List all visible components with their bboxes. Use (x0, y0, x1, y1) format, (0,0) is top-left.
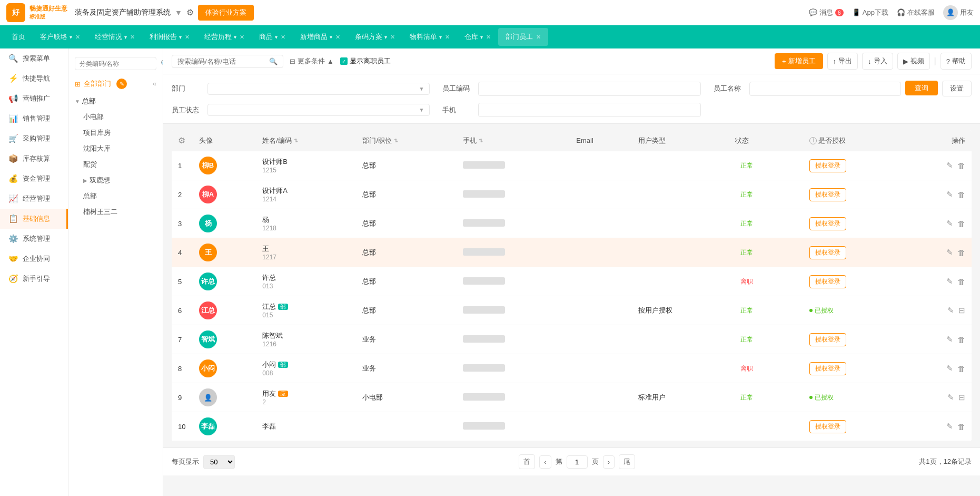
sidebar-item-marketing[interactable]: 📢 营销推广 (0, 89, 68, 109)
edit-btn-5[interactable]: ✎ (946, 277, 953, 286)
dept-node-delivery[interactable]: 配货 (68, 157, 163, 172)
message-item[interactable]: 💬 消息 6 (809, 8, 844, 17)
app-download-item[interactable]: 📱 App下载 (852, 8, 888, 17)
video-btn[interactable]: ▶ 视频 (897, 53, 930, 70)
sidebar-item-purchase[interactable]: 🛒 采购管理 (0, 129, 68, 149)
edit-btn-6[interactable]: ✎ (947, 306, 954, 315)
prev-page-btn[interactable]: ‹ (539, 455, 551, 469)
name-filter-input[interactable] (749, 82, 901, 96)
delete-btn-10[interactable]: 🗑 (957, 422, 965, 431)
search-input[interactable] (177, 57, 266, 65)
tab-process[interactable]: 经营历程 ▾ ✕ (197, 28, 252, 46)
edit-btn-10[interactable]: ✎ (946, 422, 953, 431)
search-box[interactable]: 🔍 (172, 55, 283, 68)
page-input[interactable] (567, 455, 588, 469)
auth-btn-8[interactable]: 授权登录 (809, 362, 846, 375)
auth-btn-3[interactable]: 授权登录 (809, 217, 846, 230)
help-btn[interactable]: ? 帮助 (941, 53, 972, 70)
tab-dept-employee[interactable]: 部门员工 ✕ (498, 28, 548, 46)
delete-btn-9[interactable]: ⊟ (958, 393, 965, 402)
export-btn[interactable]: ↑ 导出 (827, 53, 858, 70)
tab-add-goods[interactable]: 新增商品 ▾ ✕ (293, 28, 348, 46)
last-page-btn[interactable]: 尾 (619, 454, 635, 469)
tab-goods-close[interactable]: ✕ (281, 34, 285, 41)
delete-btn-6[interactable]: ⊟ (958, 306, 965, 315)
dept-all-item[interactable]: ⊞ 全部部门 ✎ « (68, 74, 163, 93)
auth-btn-4[interactable]: 授权登录 (809, 246, 846, 259)
dept-node-zongbu[interactable]: 总部 (68, 188, 163, 204)
dept-collapse-btn[interactable]: « (153, 80, 156, 87)
dept-search-input[interactable] (80, 60, 159, 67)
tab-operation[interactable]: 经营情况 ▾ ✕ (87, 28, 142, 46)
sidebar-item-quicknav[interactable]: ⚡ 快捷导航 (0, 69, 68, 89)
edit-btn-3[interactable]: ✎ (946, 219, 953, 228)
tab-bom[interactable]: 物料清单 ▾ ✕ (402, 28, 457, 46)
tab-operation-close[interactable]: ✕ (130, 34, 135, 41)
user-item[interactable]: 👤 用友 (943, 5, 974, 20)
search-btn[interactable]: 查询 (905, 81, 938, 95)
dept-node-shenyang[interactable]: 沈阳大库 (68, 141, 163, 157)
sidebar-item-sales[interactable]: 📊 销售管理 (0, 109, 68, 129)
code-filter-input[interactable] (478, 82, 700, 96)
status-filter-select[interactable]: ▼ (207, 104, 430, 116)
first-page-btn[interactable]: 首 (519, 454, 535, 469)
th-settings[interactable]: ⚙ (172, 130, 193, 151)
page-size-select[interactable]: 50 100 200 (203, 455, 235, 469)
edit-btn-4[interactable]: ✎ (946, 248, 953, 257)
tab-profit[interactable]: 利润报告 ▾ ✕ (142, 28, 197, 46)
dept-node-nanshu[interactable]: 楠树王三二 (68, 204, 163, 220)
auth-btn-7[interactable]: 授权登录 (809, 333, 846, 346)
phone-filter-input[interactable] (478, 103, 700, 117)
dept-node-general[interactable]: ▼ 总部 (68, 93, 163, 109)
sidebar-item-finance[interactable]: 💰 资金管理 (0, 169, 68, 189)
tab-customer[interactable]: 客户联络 ▾ ✕ (33, 28, 87, 46)
dept-search-box[interactable]: 🔍 (75, 57, 156, 70)
edit-btn-9[interactable]: ✎ (947, 393, 954, 402)
dept-edit-btn[interactable]: ✎ (116, 79, 127, 89)
settings-icon[interactable]: ⚙ (178, 136, 185, 145)
edit-btn-8[interactable]: ✎ (946, 364, 953, 373)
tab-barcode-close[interactable]: ✕ (390, 34, 395, 41)
th-name[interactable]: 姓名/编码 ⇅ (256, 130, 356, 151)
edit-btn-1[interactable]: ✎ (946, 161, 953, 170)
dept-filter-select[interactable]: ▼ (207, 83, 430, 95)
auth-btn-5[interactable]: 授权登录 (809, 275, 846, 288)
auth-btn-1[interactable]: 授权登录 (809, 159, 846, 172)
tab-profit-close[interactable]: ✕ (185, 34, 190, 41)
edit-btn-2[interactable]: ✎ (946, 190, 953, 199)
tab-goods[interactable]: 商品 ▾ ✕ (252, 28, 293, 46)
sidebar-item-basic[interactable]: 📋 基础信息 (0, 209, 68, 229)
tab-customer-close[interactable]: ✕ (75, 34, 80, 41)
tab-process-close[interactable]: ✕ (240, 34, 244, 41)
tab-barcode[interactable]: 条码方案 ▾ ✕ (348, 28, 402, 46)
add-employee-btn[interactable]: + 新增员工 (775, 53, 823, 69)
title-dropdown-icon[interactable]: ▼ (175, 8, 182, 17)
trial-btn[interactable]: 体验行业方案 (198, 5, 254, 21)
tab-bom-close[interactable]: ✕ (445, 34, 450, 41)
dept-node-xiaodibu[interactable]: 小电部 (68, 109, 163, 125)
th-dept[interactable]: 部门/职位 ⇅ (356, 130, 456, 151)
tab-add-goods-close[interactable]: ✕ (335, 34, 340, 41)
sidebar-item-collab[interactable]: 🤝 企业协同 (0, 249, 68, 269)
delete-btn-5[interactable]: 🗑 (957, 277, 965, 286)
set-btn[interactable]: 设置 (942, 81, 972, 96)
online-service-item[interactable]: 🎧 在线客服 (897, 8, 935, 17)
th-phone[interactable]: 手机 ⇅ (457, 130, 570, 151)
auth-btn-10[interactable]: 授权登录 (809, 420, 846, 433)
sidebar-item-search[interactable]: 🔍 搜索菜单 (0, 48, 68, 69)
delete-btn-2[interactable]: 🗑 (957, 190, 965, 199)
gear-icon[interactable]: ⚙ (186, 7, 194, 17)
tab-warehouse-close[interactable]: ✕ (486, 34, 491, 41)
next-page-btn[interactable]: › (603, 455, 615, 469)
sidebar-item-inventory[interactable]: 📦 库存核算 (0, 149, 68, 169)
edit-btn-7[interactable]: ✎ (946, 335, 953, 344)
dept-node-shuanglu[interactable]: ▶ 双鹿想 (68, 172, 163, 188)
tab-home[interactable]: 首页 (4, 28, 33, 46)
sidebar-item-guide[interactable]: 🧭 新手引导 (0, 269, 68, 289)
sidebar-item-system[interactable]: ⚙️ 系统管理 (0, 229, 68, 249)
tab-dept-employee-close[interactable]: ✕ (536, 34, 541, 41)
delete-btn-7[interactable]: 🗑 (957, 335, 965, 344)
import-btn[interactable]: ↓ 导入 (862, 53, 893, 70)
more-filter-btn[interactable]: ⊟ 更多条件 ▲ (290, 56, 334, 66)
delete-btn-8[interactable]: 🗑 (957, 364, 965, 373)
